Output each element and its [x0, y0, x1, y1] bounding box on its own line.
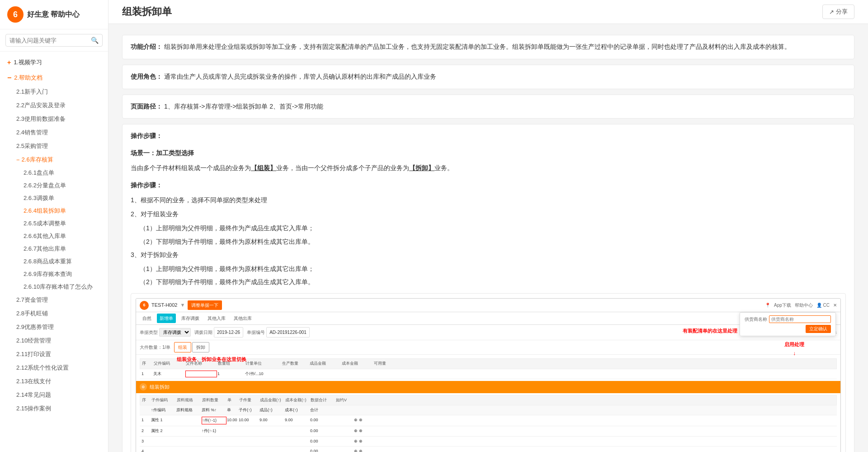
mockup-date-field: 调拨日期 2019-12-26 [194, 327, 243, 338]
mockup-assemble-btn[interactable]: 组装 [174, 342, 191, 352]
intro-label: 功能介绍： [131, 43, 162, 50]
expand-icon-docs: − [7, 74, 11, 82]
page-title: 组装拆卸单 [122, 5, 172, 19]
logo-text: 好生意 帮助中心 [27, 10, 80, 19]
mockup-breadcrumb: TEST-H002 [151, 301, 177, 309]
share-button[interactable]: ↗ 分享 [822, 5, 854, 19]
role-text: 通常由生产人员或库管人员完成拆装业务的操作，库管人员确认原材料的出库和产成品的入… [164, 73, 436, 80]
logo-area: 6 好生意 帮助中心 [0, 0, 108, 29]
mockup-right-icons: 📍 App下载 帮助中心 👤 CC ✕ [765, 301, 837, 309]
mockup-type-select[interactable]: 库存调拨 [159, 328, 191, 337]
expand-icon-video: + [7, 59, 11, 66]
sidebar-item-newbie[interactable]: 2.1新手入门 [13, 85, 108, 99]
step1: 1、根据不同的业务，选择不同单据的类型来处理 [131, 195, 846, 206]
annotation4-area: 启用处理 ↓ [784, 340, 804, 358]
sidebar-item-cases[interactable]: 2.15操作案例 [13, 402, 108, 415]
main-content: 组装拆卸单 ↗ 分享 功能介绍： 组装拆卸单用来处理企业组装或拆卸等加工业务，支… [108, 0, 868, 452]
step2: 2、对于组装业务 [131, 209, 846, 220]
mockup-nav-item-5: 其他出库 [231, 314, 255, 323]
mockup-bottom-row2: 2 属性 2 ↑件(↑-1) 0.00 ⊕ ⊗ [140, 426, 837, 436]
sidebar-item-purchase[interactable]: 2.5采购管理 [13, 139, 108, 153]
mockup-bottom-row-header2: ↑件编码 原料规格 原料 %↑ 单 子件(↑) 成品(↑) 成本(↑) 合计 [140, 405, 837, 415]
sidebar-item-coupon[interactable]: 2.9优惠券管理 [13, 320, 108, 334]
sidebar: 6 好生意 帮助中心 🔍 + 1.视频学习 − 2.帮助文档 2.1新手入门 2… [0, 0, 108, 452]
sidebar-item-inventory[interactable]: −2.6库存核算 [13, 153, 108, 167]
sidebar-item-cost-recalc[interactable]: 2.6.8商品成本重算 [20, 255, 108, 268]
step3-sub2: （2）下部明细为子件明细，最终作为产成品生成其它入库单。 [131, 276, 846, 288]
mockup-logo: 6 [140, 301, 149, 310]
sidebar-item-other-out[interactable]: 2.6.7其他出库单 [20, 243, 108, 255]
step2-sub1: （1）上部明细为父件明细，最终作为产成品生成其它入库单； [131, 223, 846, 234]
sidebar-item-other-in[interactable]: 2.6.6其他入库单 [20, 230, 108, 243]
sidebar-item-docs[interactable]: − 2.帮助文档 [0, 71, 108, 85]
sidebar-item-transfer[interactable]: 2.6.3调拨单 [20, 192, 108, 205]
role-block: 使用角色： 通常由生产人员或库管人员完成拆装业务的操作，库管人员确认原材料的出库… [122, 65, 854, 89]
sidebar-item-sales[interactable]: 2.4销售管理 [13, 126, 108, 139]
scene1-desc: 当由多个子件材料组装成一个成品的业务为【组装】业务，当由一个父件拆分成多个子产品… [131, 162, 846, 174]
step3: 3、对于拆卸业务 [131, 249, 846, 261]
sidebar-item-finance[interactable]: 2.7资金管理 [13, 293, 108, 307]
search-input[interactable] [9, 37, 91, 44]
sidebar-label-docs: 2.帮助文档 [14, 74, 42, 82]
mockup-nav-item-1: 自然 [140, 314, 154, 323]
mockup-type-btns: 组装 拆卸 [174, 342, 209, 352]
mockup-type-switch-row: 大件数量：1/单 组装 拆卸 组装业务、拆卸业务在这里切换 启用处理 ↓ [136, 340, 840, 355]
screenshot-mockup: 6 TEST-H002 ▼ 调整单据一下 📍 App下载 帮助中心 👤 CC ✕ [136, 298, 841, 452]
role-label: 使用角色： [131, 73, 162, 80]
logo-icon: 6 [7, 6, 24, 23]
intro-block: 功能介绍： 组装拆卸单用来处理企业组装或拆卸等加工业务，支持有固定装配清单的产品… [122, 35, 854, 59]
nav-sub-inventory: −2.6库存核算 2.6.1盘点单 2.6.2分量盘点单 2.6.3调拨单 2.… [13, 153, 108, 293]
sidebar-item-video[interactable]: + 1.视频学习 [0, 55, 108, 70]
mockup-confirm-btn[interactable]: 立定确认 [806, 325, 831, 333]
sidebar-item-ops[interactable]: 2.10经营管理 [13, 334, 108, 347]
mockup-new-btn: 调整单据一下 [188, 300, 222, 310]
mockup-bottom-header: 序 子件编码 原料规格 原料数量 单 子件量 成品金额(↑) 成本金额(↑) 数… [140, 395, 837, 405]
sidebar-item-customize[interactable]: 2.12系统个性化设置 [13, 361, 108, 375]
sidebar-item-inventory-ledger[interactable]: 2.6.9库存账本查询 [20, 268, 108, 281]
sidebar-item-partial-stocktake[interactable]: 2.6.2分量盘点单 [20, 179, 108, 192]
steps-block: 操作步骤： 场景一：加工类型选择 当由多个子件材料组装成一个成品的业务为【组装】… [122, 124, 854, 452]
path-text: 1、库存核算->库存管理->组装拆卸单 2、首页->常用功能 [164, 103, 323, 110]
share-icon: ↗ [829, 9, 834, 15]
sidebar-label-video: 1.视频学习 [14, 58, 42, 67]
nav-section-docs: − 2.帮助文档 2.1新手入门 2.2产品安装及登录 2.3使用前数据准备 2… [0, 71, 108, 415]
mockup-bottom-row4: 4 0.00 ⊕ ⊗ [140, 447, 837, 452]
mockup-top-table-row1: 1 关木 1 个/件/...10 [140, 369, 837, 379]
mockup-bottom-row3: 3 0.00 ⊕ ⊗ [140, 437, 837, 447]
annotation1-text: 有装配清单的在这里处理 [683, 327, 737, 335]
search-icon[interactable]: 🔍 [91, 37, 99, 44]
annotation3-text: 组装业务、拆卸业务在这里切换 [177, 355, 246, 364]
share-label: 分享 [836, 8, 848, 16]
path-block: 页面路径： 1、库存核算->库存管理->组装拆卸单 2、首页->常用功能 [122, 95, 854, 119]
ops-steps-sublabel: 操作步骤： [131, 180, 846, 191]
mockup-dialog-row: 供货商名称 [745, 315, 831, 323]
sidebar-item-print[interactable]: 2.11打印设置 [13, 347, 108, 361]
sidebar-item-stocktake[interactable]: 2.6.1盘点单 [20, 167, 108, 179]
sidebar-item-faq[interactable]: 2.14常见问题 [13, 388, 108, 402]
mockup-type-field: 单据类型 库存调拨 [140, 328, 191, 337]
ops-label: 操作步骤： [131, 131, 846, 142]
intro-text: 组装拆卸单用来处理企业组装或拆卸等加工业务，支持有固定装配清单的产品加工业务，也… [164, 43, 791, 50]
sidebar-item-payment[interactable]: 2.13在线支付 [13, 375, 108, 388]
sidebar-item-cost-adjust[interactable]: 2.6.5成本调整单 [20, 217, 108, 230]
mockup-nav-item-3: 库存调拨 [179, 314, 202, 323]
sidebar-item-mobile[interactable]: 2.8手机旺铺 [13, 307, 108, 320]
step3-sub1: （1）上部明细为父件明细，最终作为原材料生成其它出库单； [131, 263, 846, 275]
mockup-bottom-row1: 1 属性 1 ↑件(↑-1) 10.00 10.00 9.00 9.00 0.0… [140, 415, 837, 426]
sidebar-item-data-prep[interactable]: 2.3使用前数据准备 [13, 112, 108, 126]
search-area: 🔍 [0, 29, 108, 52]
sidebar-item-inventory-ledger-fix[interactable]: 2.6.10库存账本错了怎么办 [20, 281, 108, 293]
sidebar-item-install[interactable]: 2.2产品安装及登录 [13, 99, 108, 112]
nav-section-video: + 1.视频学习 [0, 55, 108, 70]
sidebar-item-assembly[interactable]: 2.6.4组装拆卸单 [20, 205, 108, 217]
mockup-dialog: 供货商名称 立定确认 [740, 312, 836, 336]
screenshot-container: 6 TEST-H002 ▼ 调整单据一下 📍 App下载 帮助中心 👤 CC ✕ [131, 293, 846, 452]
mockup-bottom-table: 序 子件编码 原料规格 原料数量 单 子件量 成品金额(↑) 成本金额(↑) 数… [136, 393, 840, 452]
mockup-form: 单据类型 库存调拨 调拨日期 2019-12-26 单据编号 AD-201912… [136, 325, 840, 340]
annotation3-area: 组装业务、拆卸业务在这里切换 [177, 355, 246, 364]
nav-sub-docs: 2.1新手入门 2.2产品安装及登录 2.3使用前数据准备 2.4销售管理 2.… [0, 85, 108, 415]
mockup-dialog-input[interactable] [769, 315, 831, 323]
mockup-section-bar: ⊕ 组装拆卸 [136, 381, 840, 393]
nav-tree: + 1.视频学习 − 2.帮助文档 2.1新手入门 2.2产品安装及登录 2.3… [0, 52, 108, 452]
mockup-disassemble-btn[interactable]: 拆卸 [192, 342, 209, 352]
